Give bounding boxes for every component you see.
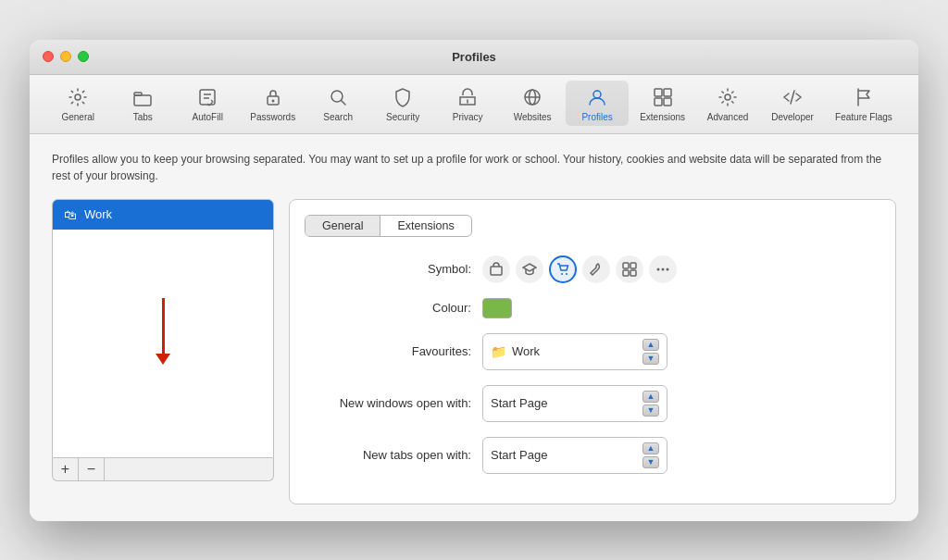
drop-zone [53,230,273,433]
traffic-lights [43,51,89,62]
add-profile-button[interactable]: + [53,458,79,480]
profile-icon: 🛍 [64,207,77,222]
websites-icon [519,84,545,110]
colour-label: Colour: [305,301,471,315]
toolbar-item-general[interactable]: General [46,81,109,126]
toolbar-item-profiles[interactable]: Profiles [566,81,629,126]
maximize-button[interactable] [78,51,89,62]
toolbar-item-security[interactable]: Security [371,81,434,126]
symbol-grid[interactable] [616,255,643,283]
new-windows-row: New windows open with: Start Page ▲ ▼ [305,385,880,422]
general-icon [65,84,91,110]
svg-rect-15 [664,89,671,96]
svg-rect-24 [623,263,629,268]
svg-point-23 [566,273,568,275]
content-area: Profiles allow you to keep your browsing… [30,134,918,521]
svg-rect-25 [630,263,636,268]
stepper-up[interactable]: ▲ [642,442,659,454]
symbol-more[interactable] [649,255,677,283]
new-windows-select[interactable]: Start Page ▲ ▼ [482,385,667,422]
svg-point-0 [75,94,81,100]
security-icon [390,84,416,110]
symbol-graduation[interactable] [516,255,543,283]
new-tabs-value: Start Page [491,448,635,462]
colour-swatch[interactable] [482,298,512,318]
advanced-icon [715,84,741,110]
toolbar-label-search: Search [323,112,353,122]
tab-extensions[interactable]: Extensions [380,216,470,236]
toolbar-item-tabs[interactable]: Tabs [111,81,174,126]
svg-point-13 [593,91,601,98]
toolbar-item-developer[interactable]: Developer [761,81,824,126]
symbol-options [482,255,677,283]
toolbar-label-tabs: Tabs [133,112,153,122]
toolbar-item-passwords[interactable]: Passwords [241,81,305,126]
arrow-indicator [156,298,170,365]
toolbar-item-feature-flags[interactable]: Feature Flags [826,81,902,126]
passwords-icon [260,84,286,110]
svg-marker-21 [523,264,536,271]
toolbar-item-autofill[interactable]: AutoFill [176,81,239,126]
close-button[interactable] [43,51,54,62]
toolbar-item-search[interactable]: Search [306,81,369,126]
stepper-down[interactable]: ▼ [642,456,659,468]
symbol-tools[interactable] [582,255,610,283]
toolbar-label-privacy: Privacy [453,112,483,122]
main-window: Profiles General Tabs AutoFill Passwords… [30,40,918,521]
stepper-up[interactable]: ▲ [642,391,659,403]
svg-rect-17 [664,98,671,106]
svg-rect-27 [630,270,636,276]
toolbar-label-advanced: Advanced [707,112,748,122]
svg-point-29 [662,268,665,270]
new-tabs-stepper[interactable]: ▲ ▼ [642,442,659,469]
settings-panel: General Extensions Symbol: [289,199,896,504]
favourites-stepper[interactable]: ▲ ▼ [642,338,659,366]
toolbar-label-developer: Developer [771,112,814,122]
tab-general[interactable]: General [306,216,380,236]
svg-rect-14 [655,89,662,96]
toolbar-label-autofill: AutoFill [193,112,223,122]
svg-point-7 [271,99,274,102]
toolbar-item-websites[interactable]: Websites [501,81,564,126]
svg-point-18 [725,94,730,100]
svg-point-22 [561,273,563,275]
autofill-icon [194,84,220,110]
remove-profile-button[interactable]: − [79,458,105,480]
new-tabs-select[interactable]: Start Page ▲ ▼ [482,437,667,474]
profiles-list: 🛍 Work [52,199,274,458]
toolbar-label-security: Security [386,112,419,122]
symbol-label: Symbol: [305,262,471,276]
main-area: 🛍 Work + − [52,199,896,504]
toolbar-item-privacy[interactable]: Privacy [436,81,499,126]
stepper-down[interactable]: ▼ [642,404,659,417]
svg-line-9 [342,100,346,105]
toolbar-item-advanced[interactable]: Advanced [696,81,759,126]
svg-rect-20 [491,267,502,275]
symbol-briefcase[interactable] [482,255,510,283]
search-icon [325,84,351,110]
favourites-row: Favourites: 📁 Work ▲ ▼ [305,333,880,370]
profiles-list-container: 🛍 Work + − [52,199,274,504]
new-windows-value: Start Page [491,396,635,410]
new-windows-stepper[interactable]: ▲ ▼ [642,390,659,417]
privacy-icon [455,84,480,110]
profile-item-work[interactable]: 🛍 Work [53,200,273,230]
favourites-label: Favourites: [305,344,471,358]
toolbar-label-profiles: Profiles [581,112,612,122]
svg-rect-26 [623,270,629,276]
stepper-up[interactable]: ▲ [642,339,659,351]
symbol-shopping[interactable] [549,255,577,283]
toolbar: General Tabs AutoFill Passwords Search S… [30,75,918,134]
extensions-icon [650,84,676,110]
colour-row: Colour: [305,298,880,318]
description-text: Profiles allow you to keep your browsing… [52,151,896,184]
minimize-button[interactable] [60,51,71,62]
new-tabs-row: New tabs open with: Start Page ▲ ▼ [305,437,880,474]
toolbar-item-extensions[interactable]: Extensions [630,81,694,126]
settings-tabs: General Extensions [305,215,472,237]
svg-point-28 [657,268,660,270]
favourites-select[interactable]: 📁 Work ▲ ▼ [482,333,667,370]
new-windows-label: New windows open with: [305,396,471,410]
stepper-down[interactable]: ▼ [642,353,659,365]
toolbar-label-passwords: Passwords [250,112,295,122]
